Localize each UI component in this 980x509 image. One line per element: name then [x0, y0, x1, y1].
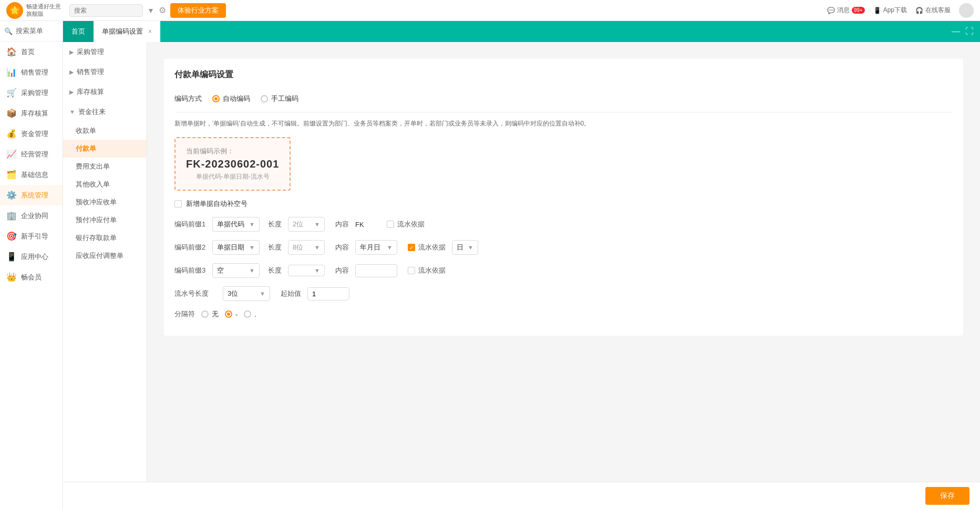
avatar[interactable] — [959, 3, 974, 18]
day-select[interactable]: 日 ▼ — [452, 240, 478, 255]
sidebar-item-basic[interactable]: 🗂️ 基础信息 — [0, 164, 63, 185]
sidebar-item-enterprise[interactable]: 🏢 企业协同 — [0, 205, 63, 226]
minimize-icon[interactable]: — — [952, 27, 960, 36]
chevron-down-icon: ▼ — [314, 267, 320, 274]
sidebar-item-purchase[interactable]: 🛒 采购管理 — [0, 82, 63, 103]
message-btn[interactable]: 💬 消息 99+ — [827, 6, 865, 15]
content2-select[interactable]: 年月日 ▼ — [355, 240, 397, 255]
prefix3-select[interactable]: 空 ▼ — [212, 263, 260, 278]
sidebar-item-system[interactable]: ⚙️ 系统管理 — [0, 185, 63, 205]
info-text: 新增单据时，'单据编码'自动生成，不可编辑。前缀设置为部门、业务员等档案类，开单… — [174, 119, 953, 129]
sub-menu-header-sales[interactable]: ▶ 销售管理 — [63, 62, 147, 82]
chevron-down-icon: ▼ — [249, 244, 255, 251]
code-example-value: FK-20230602-001 — [186, 158, 279, 170]
tabbar-right: — ⛶ — [945, 21, 980, 42]
basic-icon: 🗂️ — [6, 170, 17, 180]
search-menu-btn[interactable]: 🔍 搜索菜单 — [0, 21, 63, 41]
sub-menu-header-purchase[interactable]: ▶ 采购管理 — [63, 42, 147, 62]
serial2-checkbox[interactable]: ✓ — [408, 244, 415, 251]
chevron-down-icon: ▼ — [249, 221, 255, 227]
auto-encode-radio[interactable] — [212, 95, 220, 102]
sidebar-item-newbie[interactable]: 🎯 新手引导 — [0, 226, 63, 246]
serial-len-select[interactable]: 3位 ▼ — [223, 286, 270, 301]
sidebar-item-home[interactable]: 🏠 首页 — [0, 41, 63, 62]
operation-icon: 📈 — [6, 149, 17, 159]
sub-menu-item-payment[interactable]: 付款单 — [63, 140, 147, 158]
chevron-right-icon: ▶ — [69, 89, 74, 96]
expand-icon[interactable]: ⛶ — [965, 27, 974, 36]
sidebar-item-operation[interactable]: 📈 经营管理 — [0, 144, 63, 164]
chevron-down-icon: ▼ — [260, 290, 265, 297]
manual-encode-option[interactable]: 手工编码 — [261, 94, 298, 103]
sub-menu-item-other-income[interactable]: 其他收入单 — [63, 175, 147, 193]
serial3-check: 流水依据 — [408, 266, 446, 275]
sub-menu-header-finance[interactable]: ▼ 资金往来 — [63, 102, 147, 122]
sep-dash-option[interactable]: - — [225, 310, 238, 318]
content1-label: 内容 — [335, 220, 349, 229]
sub-menu-item-bank[interactable]: 银行存取款单 — [63, 229, 147, 247]
prefix2-select[interactable]: 单据日期 ▼ — [212, 240, 260, 255]
sub-menu-header-inventory[interactable]: ▶ 库存核算 — [63, 82, 147, 102]
serial1-checkbox[interactable] — [387, 221, 394, 228]
sidebar-item-finance[interactable]: 💰 资金管理 — [0, 123, 63, 144]
sub-menu-item-ar-ap[interactable]: 应收应付调整单 — [63, 247, 147, 265]
prefix3-row: 编码前缀3 空 ▼ 长度 ▼ 内容 流水依据 — [174, 263, 953, 278]
sidebar-item-member[interactable]: 👑 畅会员 — [0, 267, 63, 287]
sidebar-item-apps[interactable]: 📱 应用中心 — [0, 246, 63, 267]
sep-none-option[interactable]: 无 — [201, 309, 219, 319]
sub-menu-item-prepay-collect[interactable]: 预收冲应收单 — [63, 193, 147, 211]
manual-encode-radio[interactable] — [261, 95, 268, 102]
sep-none-radio[interactable] — [201, 310, 209, 318]
content1-value: FK — [355, 221, 376, 228]
sep-dot-option[interactable]: . — [244, 310, 256, 318]
sidebar-item-sales[interactable]: 📊 销售管理 — [0, 62, 63, 82]
service-btn[interactable]: 🎧 在线客服 — [915, 6, 951, 15]
sidebar-item-inventory[interactable]: 📦 库存核算 — [0, 103, 63, 123]
auto-encode-option[interactable]: 自动编码 — [212, 94, 250, 103]
dropdown-btn[interactable]: ▼ — [147, 6, 154, 15]
sep-dot-radio[interactable] — [244, 310, 251, 318]
close-icon[interactable]: × — [148, 28, 152, 35]
content3-input[interactable] — [355, 264, 397, 277]
settings-icon[interactable]: ⚙ — [159, 5, 166, 15]
purchase-icon: 🛒 — [6, 88, 17, 98]
len2-select[interactable]: 8位 ▼ — [288, 240, 325, 255]
logo-icon: 🌟 — [6, 2, 23, 19]
sub-menu-item-prepay-pay[interactable]: 预付冲应付单 — [63, 211, 147, 229]
app-download-btn[interactable]: 📱 App下载 — [873, 6, 907, 15]
separator-label: 分隔符 — [174, 309, 195, 319]
chevron-down-icon: ▼ — [314, 221, 320, 227]
len1-select[interactable]: 2位 ▼ — [288, 217, 325, 232]
logo-text: 畅捷通好生意 旗舰版 — [26, 3, 61, 17]
chevron-down-icon: ▼ — [314, 244, 320, 251]
sep-dash-radio[interactable] — [225, 310, 232, 318]
chevron-down-icon: ▼ — [249, 267, 255, 274]
serial3-checkbox[interactable] — [408, 267, 415, 274]
sub-menu-item-expense[interactable]: 费用支出单 — [63, 158, 147, 175]
encoding-method-row: 编码方式 自动编码 手工编码 — [174, 89, 953, 112]
content3-label: 内容 — [335, 266, 349, 275]
search-input[interactable] — [69, 4, 143, 17]
tab-home[interactable]: 首页 — [63, 21, 94, 42]
save-button[interactable]: 保存 — [925, 487, 969, 505]
len2-label: 长度 — [268, 243, 282, 252]
prefix1-select[interactable]: 单据代码 ▼ — [212, 217, 260, 232]
settings-card: 付款单编码设置 编码方式 自动编码 手工编码 新增单据时，'单据编码'自动生成，… — [164, 59, 963, 336]
system-icon: ⚙️ — [6, 190, 17, 200]
sub-menu-purchase: ▶ 采购管理 — [63, 42, 147, 62]
len3-select[interactable]: ▼ — [288, 265, 325, 276]
tab-encoding-settings[interactable]: 单据编码设置 × — [94, 21, 160, 42]
start-value-input[interactable] — [307, 287, 349, 300]
trial-button[interactable]: 体验行业方案 — [170, 3, 226, 18]
auto-fill-checkbox[interactable] — [174, 200, 182, 207]
content-area: 付款单编码设置 编码方式 自动编码 手工编码 新增单据时，'单据编码'自动生成，… — [156, 50, 972, 344]
serial2-check: ✓ 流水依据 — [408, 243, 446, 252]
sub-menu-item-receipt[interactable]: 收款单 — [63, 122, 147, 140]
sidebar: 🔍 搜索菜单 🏠 首页 📊 销售管理 🛒 采购管理 📦 库存核算 💰 资金管理 … — [0, 21, 63, 509]
topbar-middle: ▼ ⚙ 体验行业方案 — [69, 3, 827, 18]
start-label: 起始值 — [281, 289, 301, 298]
prefix2-label: 编码前缀2 — [174, 243, 206, 252]
finance-icon: 💰 — [6, 129, 17, 139]
inventory-icon: 📦 — [6, 108, 17, 118]
newbie-icon: 🎯 — [6, 231, 17, 241]
